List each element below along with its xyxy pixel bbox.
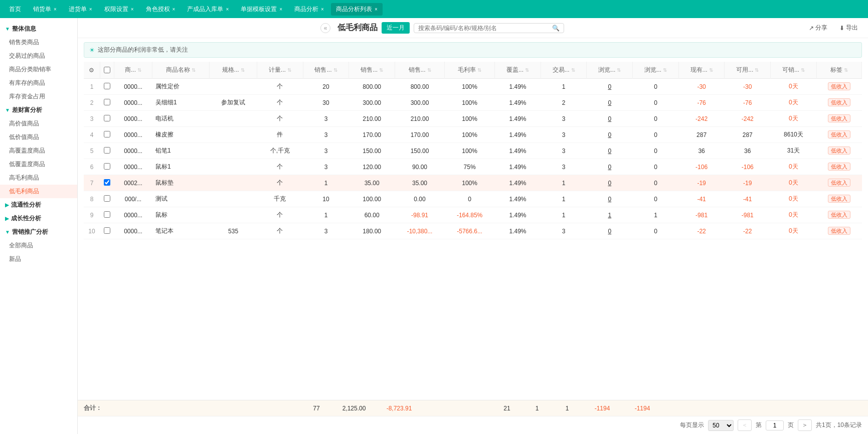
sidebar-item-high-value[interactable]: 高价值商品 <box>0 117 77 130</box>
footer-transaction: 21 <box>492 405 522 412</box>
row-view1[interactable]: 0 <box>587 223 633 239</box>
th-settings[interactable]: ⚙ <box>84 62 100 79</box>
nav-home[interactable]: 首页 <box>4 3 26 16</box>
row-view1[interactable]: 0 <box>587 127 633 143</box>
sidebar-item-low-value[interactable]: 低价值商品 <box>0 130 77 144</box>
export-icon: ⬇ <box>839 25 844 32</box>
nav-permission-settings[interactable]: 权限设置 × <box>99 3 139 16</box>
sidebar-item-all-products[interactable]: 全部商品 <box>0 239 77 252</box>
row-checkbox-input[interactable] <box>104 131 110 137</box>
nav-close-icon[interactable]: × <box>321 7 324 12</box>
nav-sales-order[interactable]: 销货单 × <box>28 3 62 16</box>
sidebar-item-sales-products[interactable]: 销售类商品 <box>0 36 77 49</box>
nav-product-entry[interactable]: 产成品入库单 × <box>182 3 234 16</box>
sidebar-item-high-margin[interactable]: 高毛利商品 <box>0 171 77 185</box>
th-gross-margin[interactable]: 毛利率⇅ <box>445 62 495 79</box>
row-checkbox-input[interactable] <box>104 163 110 170</box>
nav-close-icon[interactable]: × <box>172 7 176 12</box>
row-checkbox-input[interactable] <box>104 147 110 154</box>
th-code[interactable]: 商...⇅ <box>114 62 152 79</box>
search-input[interactable] <box>418 25 550 32</box>
row-checkbox[interactable] <box>100 159 114 175</box>
row-view1[interactable]: 0 <box>587 175 633 191</box>
sidebar-group-wealth-analysis[interactable]: ▼ 差财富分析 <box>0 103 77 117</box>
row-checkbox[interactable] <box>100 207 114 223</box>
th-current-stock[interactable]: 现有...⇅ <box>678 62 725 79</box>
row-current-stock: -106 <box>678 159 725 175</box>
th-spec[interactable]: 规格...⇅ <box>210 62 257 79</box>
row-checkbox[interactable] <box>100 175 114 191</box>
nav-close-icon[interactable]: × <box>54 7 57 12</box>
nav-product-analysis[interactable]: 商品分析 × <box>289 3 329 16</box>
row-checkbox[interactable] <box>100 143 114 159</box>
row-view1[interactable]: 0 <box>587 159 633 175</box>
row-checkbox[interactable] <box>100 191 114 207</box>
row-view1[interactable]: 0 <box>587 111 633 127</box>
nav-template-settings[interactable]: 单据模板设置 × <box>236 3 287 16</box>
th-sellable[interactable]: 可销...⇅ <box>771 62 817 79</box>
th-sales-profit[interactable]: 销售...⇅ <box>395 62 444 79</box>
row-checkbox[interactable] <box>100 127 114 143</box>
row-tag: 低收入 <box>816 191 861 207</box>
row-checkbox[interactable] <box>100 95 114 111</box>
nav-close-icon[interactable]: × <box>375 7 378 12</box>
sidebar-group-marketing[interactable]: ▼ 营销推广分析 <box>0 225 77 239</box>
select-all-checkbox[interactable] <box>104 67 110 73</box>
th-unit[interactable]: 计量...⇅ <box>257 62 303 79</box>
th-checkbox[interactable] <box>100 62 114 79</box>
nav-product-analysis-list[interactable]: 商品分析列表 × <box>331 3 383 16</box>
sidebar-collapse-button[interactable]: « <box>320 23 330 33</box>
row-view1[interactable]: 0 <box>587 79 633 95</box>
search-icon[interactable]: 🔍 <box>552 25 560 32</box>
row-view1[interactable]: 0 <box>587 143 633 159</box>
th-sales-amount[interactable]: 销售...⇅ <box>349 62 395 79</box>
th-view2[interactable]: 浏览...⇅ <box>633 62 679 79</box>
sidebar-item-low-margin[interactable]: 低毛利商品 <box>0 185 77 198</box>
th-view1[interactable]: 浏览...⇅ <box>587 62 633 79</box>
share-button[interactable]: ↗ 分享 <box>805 22 831 34</box>
row-checkbox-input[interactable] <box>104 227 110 234</box>
sidebar-item-traded-products[interactable]: 交易过的商品 <box>0 49 77 63</box>
row-checkbox-input[interactable] <box>104 115 110 121</box>
sidebar-item-high-coverage[interactable]: 高覆盖度商品 <box>0 144 77 158</box>
page-size-select[interactable]: 10 20 50 100 <box>708 420 734 431</box>
row-view1[interactable]: 1 <box>587 207 633 223</box>
th-transaction[interactable]: 交易...⇅ <box>541 62 587 79</box>
row-checkbox[interactable] <box>100 79 114 95</box>
row-view1[interactable]: 0 <box>587 191 633 207</box>
row-view1[interactable]: 0 <box>587 95 633 111</box>
th-coverage[interactable]: 覆盖...⇅ <box>495 62 541 79</box>
nav-close-icon[interactable]: × <box>131 7 134 12</box>
th-available[interactable]: 可用...⇅ <box>725 62 771 79</box>
row-code: 0000... <box>114 111 152 127</box>
th-tag[interactable]: 标签⇅ <box>816 62 861 79</box>
row-checkbox-input[interactable] <box>104 195 110 202</box>
sidebar-group-overall[interactable]: ▼ 整体信息 <box>0 22 77 36</box>
row-checkbox-input[interactable] <box>104 179 110 186</box>
export-button[interactable]: ⬇ 导出 <box>835 22 862 34</box>
th-sales-qty[interactable]: 销售...⇅ <box>303 62 349 79</box>
row-checkbox[interactable] <box>100 111 114 127</box>
row-number: 1 <box>84 79 100 95</box>
period-button[interactable]: 近一月 <box>382 22 410 34</box>
row-checkbox-input[interactable] <box>104 99 110 105</box>
sidebar-group-circulation[interactable]: ▶ 流通性分析 <box>0 198 77 212</box>
sidebar-item-low-coverage[interactable]: 低覆盖度商品 <box>0 158 77 171</box>
sidebar-item-stock-products[interactable]: 有库存的商品 <box>0 76 77 90</box>
prev-page-button[interactable]: ＜ <box>738 419 752 431</box>
nav-role-auth[interactable]: 角色授权 × <box>141 3 181 16</box>
row-checkbox-input[interactable] <box>104 83 110 89</box>
sidebar-group-growth[interactable]: ▶ 成长性分析 <box>0 212 77 225</box>
nav-close-icon[interactable]: × <box>279 7 282 12</box>
row-checkbox[interactable] <box>100 223 114 239</box>
row-checkbox-input[interactable] <box>104 211 110 218</box>
sidebar-item-inventory-capital[interactable]: 库存资金占用 <box>0 90 77 103</box>
nav-close-icon[interactable]: × <box>89 7 92 12</box>
sidebar-item-category-sales-rate[interactable]: 商品分类助销率 <box>0 63 77 76</box>
nav-purchase-order[interactable]: 进货单 × <box>64 3 97 16</box>
th-name[interactable]: 商品名称⇅ <box>152 62 210 79</box>
page-input[interactable] <box>766 420 784 430</box>
sidebar-item-new-products[interactable]: 新品 <box>0 252 77 266</box>
next-page-button[interactable]: ＞ <box>798 419 812 431</box>
nav-close-icon[interactable]: × <box>226 7 229 12</box>
